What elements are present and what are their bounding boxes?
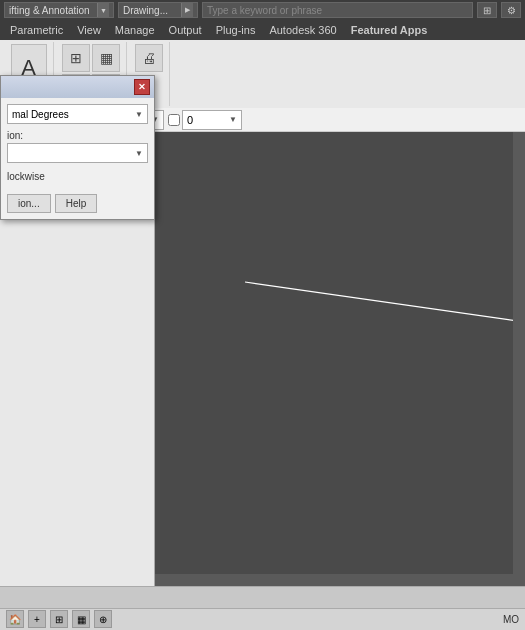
drawing-canvas (155, 132, 525, 586)
drawing-label: Drawing... (123, 5, 179, 16)
menu-featured-apps[interactable]: Featured Apps (345, 22, 434, 38)
drawing-arrow[interactable]: ▶ (181, 3, 193, 17)
workspace-arrow[interactable]: ▼ (97, 3, 109, 17)
dialog-box: ✕ mal Degrees ▼ ion: ▼ lockwise ion... H… (0, 75, 155, 220)
type-arrow: ▼ (135, 110, 143, 119)
status-icon-home[interactable]: 🏠 (6, 610, 24, 628)
vertical-scrollbar[interactable] (513, 132, 525, 586)
menu-autodesk360[interactable]: Autodesk 360 (263, 22, 342, 38)
print-icon[interactable]: 🖨 (135, 44, 163, 72)
search-button[interactable]: ⊞ (477, 2, 497, 18)
menu-manage[interactable]: Manage (109, 22, 161, 38)
gear-icon: ⚙ (507, 5, 516, 16)
type-select[interactable]: mal Degrees ▼ (7, 104, 148, 124)
ok-button[interactable]: ion... (7, 194, 51, 213)
search-placeholder: Type a keyword or phrase (207, 5, 322, 16)
layer-num: 0 (187, 114, 193, 126)
layer-checkbox[interactable] (168, 114, 180, 126)
close-icon: ✕ (138, 82, 146, 92)
type-row: mal Degrees ▼ (7, 104, 148, 124)
toolbar-row: ifting & Annotation ▼ Drawing... ▶ Type … (0, 0, 525, 20)
insert-icon-2[interactable]: ▦ (92, 44, 120, 72)
option-text: lockwise (7, 169, 148, 184)
direction-label: ion: (7, 130, 148, 141)
workspace-combo[interactable]: ifting & Annotation ▼ (4, 2, 114, 18)
settings-button[interactable]: ⚙ (501, 2, 521, 18)
dialog-buttons: ion... Help (1, 190, 154, 219)
dialog-body: mal Degrees ▼ ion: ▼ lockwise (1, 98, 154, 190)
direction-row: ion: ▼ (7, 130, 148, 163)
status-icon-grid[interactable]: ⊞ (50, 610, 68, 628)
direction-select[interactable]: ▼ (7, 143, 148, 163)
status-icon-add[interactable]: + (28, 610, 46, 628)
menu-view[interactable]: View (71, 22, 107, 38)
status-icon-crosshair[interactable]: ⊕ (94, 610, 112, 628)
status-text: MO (503, 614, 519, 625)
menu-bar: Parametric View Manage Output Plug-ins A… (0, 20, 525, 40)
drawing-area (155, 132, 525, 586)
dialog-close-button[interactable]: ✕ (134, 79, 150, 95)
chevron-right-icon: ▶ (185, 6, 190, 14)
layer-num-box: 0 ▼ (182, 110, 242, 130)
layer-num-arrow: ▼ (229, 115, 237, 124)
menu-output[interactable]: Output (163, 22, 208, 38)
workspace-label: ifting & Annotation (9, 5, 95, 16)
status-bar: 🏠 + ⊞ ▦ ⊕ MO (0, 586, 525, 630)
menu-parametric[interactable]: Parametric (4, 22, 69, 38)
insert-icons: ⊞ ▦ (62, 44, 120, 72)
search-box[interactable]: Type a keyword or phrase (202, 2, 473, 18)
status-icon-table[interactable]: ▦ (72, 610, 90, 628)
type-value: mal Degrees (12, 109, 69, 120)
svg-line-0 (245, 282, 525, 322)
insert-icon-1[interactable]: ⊞ (62, 44, 90, 72)
status-bar-bottom: 🏠 + ⊞ ▦ ⊕ MO (0, 609, 525, 630)
help-button[interactable]: Help (55, 194, 98, 213)
menu-plugins[interactable]: Plug-ins (210, 22, 262, 38)
dialog-titlebar: ✕ (1, 76, 154, 98)
status-bar-top (0, 587, 525, 609)
horizontal-scrollbar[interactable] (155, 574, 513, 586)
drawing-combo[interactable]: Drawing... ▶ (118, 2, 198, 18)
search-icon: ⊞ (483, 5, 491, 16)
chevron-down-icon: ▼ (100, 7, 107, 14)
direction-arrow: ▼ (135, 149, 143, 158)
